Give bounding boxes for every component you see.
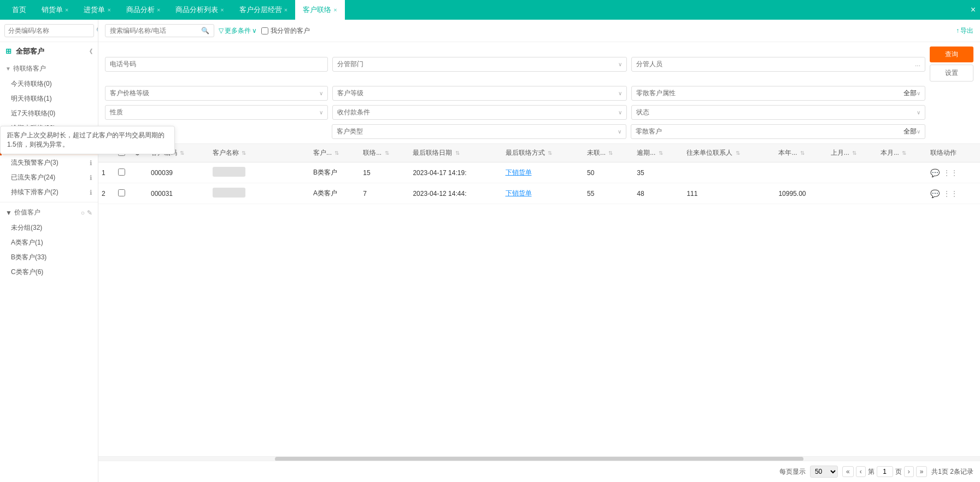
sidebar-today-pending[interactable]: 今天待联络(0): [0, 77, 98, 91]
nav-sales-close[interactable]: ×: [65, 0, 68, 20]
row2-chat-icon[interactable]: 💬: [930, 189, 940, 198]
filter-nature[interactable]: 性质 ∨: [105, 105, 328, 120]
col-last-date-label: 最后联络日期: [413, 149, 452, 156]
row2-more-icon[interactable]: ⋮⋮: [943, 189, 958, 198]
nature-chevron: ∨: [319, 109, 323, 115]
col-unread-sort[interactable]: ⇅: [608, 150, 613, 156]
sidebar-ungroup[interactable]: 未分组(32): [0, 220, 98, 235]
nav-purchase[interactable]: 进货单 ×: [76, 0, 118, 20]
row2-contact-person: 111: [683, 183, 775, 204]
row2-this-year: 10995.00: [775, 183, 827, 204]
col-code-sort[interactable]: ⇅: [180, 150, 184, 156]
sidebar-value-group[interactable]: ▼ 价值客户 ○ ✎: [0, 205, 98, 220]
page-input[interactable]: [877, 466, 893, 477]
last-page-button[interactable]: »: [916, 466, 928, 477]
filter-price-level[interactable]: 客户价格等级 ∨: [105, 86, 328, 101]
filter-more-conditions[interactable]: ▽ 更多条件 ∨: [219, 26, 257, 36]
circle-icon[interactable]: ○: [81, 209, 85, 217]
row1-last-method[interactable]: 下销货单: [502, 162, 584, 183]
query-button[interactable]: 查询: [930, 47, 973, 62]
sidebar-declining[interactable]: 持续下滑客户(2) ℹ: [0, 185, 98, 200]
filter-search-icon[interactable]: 🔍: [201, 27, 209, 34]
filter-search-input[interactable]: [110, 27, 201, 34]
col-last-month: 上月... ⇅: [828, 144, 877, 162]
export-button[interactable]: ↑ 导出: [956, 26, 973, 36]
row2-last-date: 2023-04-12 14:44:: [409, 183, 502, 204]
horizontal-scrollbar[interactable]: [98, 456, 980, 461]
row1-more-icon[interactable]: ⋮⋮: [943, 169, 958, 177]
nav-analysis-list-close[interactable]: ×: [220, 0, 224, 20]
filter-retail-attr[interactable]: 零散客户属性 全部 ∨: [631, 86, 925, 101]
col-last-method-sort[interactable]: ⇅: [548, 150, 552, 156]
churned-info-icon[interactable]: ℹ: [90, 174, 92, 182]
sidebar-churned[interactable]: 已流失客户(24) ℹ: [0, 170, 98, 185]
row1-chat-icon[interactable]: 💬: [930, 169, 940, 177]
filter-customer-level[interactable]: 客户等级 ∨: [332, 86, 626, 101]
col-last-month-sort[interactable]: ⇅: [852, 150, 856, 156]
first-page-button[interactable]: «: [842, 466, 854, 477]
filter-phone[interactable]: 电话号码: [105, 57, 328, 72]
row2-last-method-link[interactable]: 下销货单: [506, 189, 532, 197]
sidebar-search-input[interactable]: [4, 24, 94, 37]
sidebar-class-b[interactable]: B类客户(33): [0, 250, 98, 265]
manager-label: 分管人员: [636, 60, 913, 69]
row2-unread: 55: [584, 183, 633, 204]
row1-name: [209, 162, 310, 183]
col-level-sort[interactable]: ⇅: [335, 150, 339, 156]
next-page-button[interactable]: ›: [904, 466, 914, 477]
nav-customer-segment[interactable]: 客户分层经营 ×: [232, 0, 295, 20]
close-all-button[interactable]: ×: [971, 5, 976, 15]
filter-customer-type[interactable]: 客户类型 ∨: [332, 124, 626, 139]
retail-attr-label: 零散客户属性: [636, 89, 901, 98]
nav-customer-contact[interactable]: 客户联络 ×: [295, 0, 344, 20]
col-last-method: 最后联络方式 ⇅: [502, 144, 584, 162]
col-contact-sort[interactable]: ⇅: [385, 150, 389, 156]
sidebar-tomorrow-pending[interactable]: 明天待联络(1): [0, 91, 98, 106]
col-name-sort[interactable]: ⇅: [242, 150, 246, 156]
col-last-date-sort[interactable]: ⇅: [455, 150, 460, 156]
filter-manager[interactable]: 分管人员 ...: [631, 57, 925, 72]
sidebar-class-a[interactable]: A类客户(1): [0, 235, 98, 250]
nav-customer-segment-close[interactable]: ×: [284, 0, 287, 20]
my-customers-checkbox[interactable]: [261, 27, 268, 34]
nav-home[interactable]: 首页: [4, 0, 34, 20]
row2-last-method[interactable]: 下销货单: [502, 183, 584, 204]
settings-button[interactable]: 设置: [930, 65, 973, 82]
col-contact-person-sort[interactable]: ⇅: [736, 150, 740, 156]
page-size-select[interactable]: 10 20 50 100: [810, 466, 838, 478]
row1-last-method-link[interactable]: 下销货单: [506, 169, 532, 176]
filter-payment[interactable]: 收付款条件 ∨: [332, 105, 626, 120]
row2-code: 000031: [148, 183, 209, 204]
row1-level: B类客户: [310, 162, 360, 183]
sidebar-all-customers[interactable]: ⊞ 全部客户 《: [0, 42, 98, 61]
nav-sales[interactable]: 销货单 ×: [34, 0, 76, 20]
nav-analysis-close[interactable]: ×: [157, 0, 160, 20]
nav-analysis[interactable]: 商品分析 ×: [119, 0, 168, 20]
filter-retail-customer[interactable]: 零散客户 全部 ∨: [631, 124, 925, 139]
sidebar-7day-pending[interactable]: 近7天待联络(0): [0, 106, 98, 121]
sidebar-collapse-icon[interactable]: 《: [86, 48, 92, 56]
content-area: 🔍 ▽ 更多条件 ∨ 我分管的客户 ↑ 导出 电话号码: [98, 20, 980, 482]
nav-purchase-close[interactable]: ×: [107, 0, 110, 20]
churn-warning-info-icon[interactable]: ℹ: [90, 159, 92, 167]
edit-icon[interactable]: ✎: [87, 209, 92, 217]
declining-info-icon[interactable]: ℹ: [90, 189, 92, 196]
row2-checkbox[interactable]: [118, 189, 125, 196]
col-overdue-sort[interactable]: ⇅: [659, 150, 663, 156]
row2-level: A类客户: [310, 183, 360, 204]
col-this-year-sort[interactable]: ⇅: [800, 150, 805, 156]
col-contact-person: 往来单位联系人 ⇅: [683, 144, 775, 162]
sidebar-pending-contact-group[interactable]: ▼ 待联络客户: [0, 61, 98, 77]
sidebar-class-c[interactable]: C类客户(6): [0, 265, 98, 280]
row1-checkbox[interactable]: [118, 169, 125, 176]
row2-overdue: 48: [633, 183, 683, 204]
filter-dept[interactable]: 分管部门 ∨: [332, 57, 626, 72]
prev-page-button[interactable]: ‹: [856, 466, 866, 477]
nav-customer-contact-close[interactable]: ×: [333, 0, 337, 20]
nature-label: 性质: [110, 108, 317, 117]
col-this-month-sort[interactable]: ⇅: [902, 150, 906, 156]
nav-analysis-list[interactable]: 商品分析列表 ×: [168, 0, 231, 20]
row1-contact-person: [683, 162, 775, 183]
filter-status[interactable]: 状态 ∨: [631, 105, 925, 120]
sidebar-churn-warning[interactable]: 流失预警客户(3) ℹ: [0, 155, 98, 170]
